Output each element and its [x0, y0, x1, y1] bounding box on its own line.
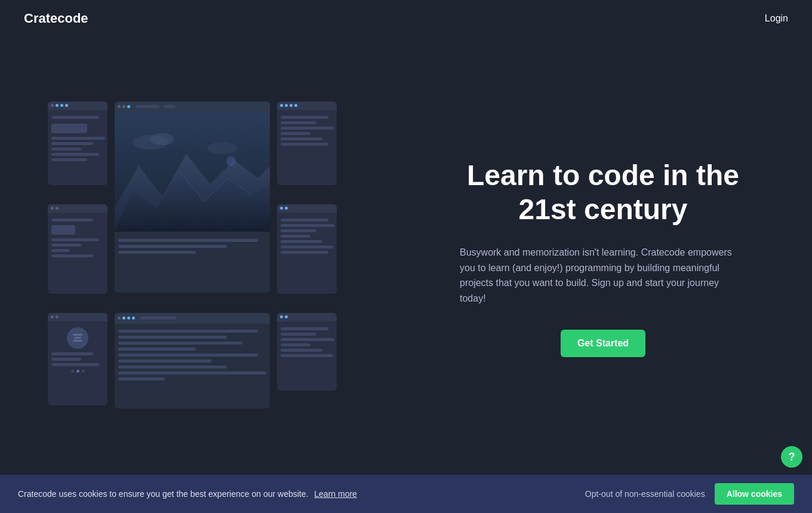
svg-point-2	[150, 133, 174, 145]
navbar: Cratecode Login	[0, 0, 812, 37]
hero-description: Busywork and memorization isn't learning…	[460, 245, 746, 306]
allow-cookies-button[interactable]: Allow cookies	[715, 483, 794, 505]
cookie-actions: Opt-out of non-essential cookies Allow c…	[585, 483, 794, 505]
mockup-window-3	[277, 102, 337, 185]
opt-out-button[interactable]: Opt-out of non-essential cookies	[585, 489, 705, 499]
help-button[interactable]: ?	[781, 446, 802, 468]
svg-point-6	[226, 156, 236, 166]
mockup-window-center-bottom	[115, 313, 270, 408]
svg-point-3	[207, 142, 237, 154]
cookie-banner: Cratecode uses cookies to ensure you get…	[0, 475, 812, 513]
site-logo: Cratecode	[24, 11, 88, 26]
mockup-window-center-top	[115, 102, 270, 293]
get-started-button[interactable]: Get Started	[561, 330, 645, 357]
mockup-window-4	[48, 204, 107, 294]
cookie-message: Cratecode uses cookies to ensure you get…	[18, 489, 585, 499]
mockup-window-6	[48, 313, 107, 406]
mockup-window-1	[48, 102, 107, 185]
mockup-window-7	[277, 313, 337, 391]
learn-more-link[interactable]: Learn more	[314, 489, 357, 499]
main-content: Learn to code in the 21st century Busywo…	[0, 37, 812, 478]
mockup-window-5	[277, 204, 337, 294]
mockup-grid	[36, 102, 418, 414]
hero-title: Learn to code in the 21st century	[454, 158, 752, 227]
login-button[interactable]: Login	[765, 13, 788, 24]
hero-section: Learn to code in the 21st century Busywo…	[418, 146, 776, 370]
